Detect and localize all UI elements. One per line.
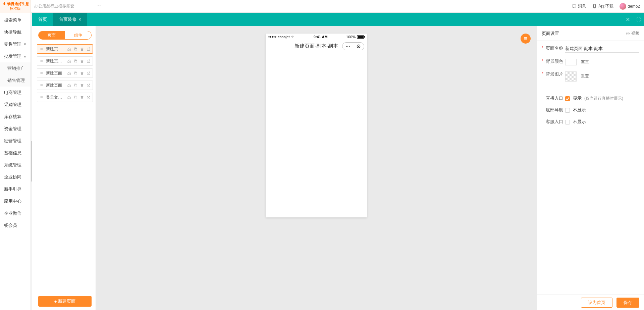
live-checkbox[interactable] bbox=[565, 96, 570, 101]
service-checkbox[interactable] bbox=[565, 120, 570, 124]
delete-icon[interactable] bbox=[79, 71, 84, 75]
phone-icon bbox=[592, 4, 597, 9]
svg-point-27 bbox=[349, 46, 350, 46]
svg-rect-0 bbox=[572, 5, 576, 7]
set-home-button[interactable]: 设为首页 bbox=[581, 298, 612, 308]
page-list-item[interactable]: 昊天文具店 bbox=[37, 93, 93, 102]
fullscreen-icon[interactable] bbox=[633, 17, 644, 22]
page-name-label: 新建页面 bbox=[46, 70, 65, 76]
bg-image-reset[interactable]: 重置 bbox=[581, 74, 589, 79]
bg-image-picker[interactable] bbox=[565, 71, 577, 82]
canvas-menu-toggle[interactable] bbox=[521, 34, 531, 44]
nav-item[interactable]: 快捷导航 bbox=[0, 26, 31, 38]
nav-item[interactable]: 零售管理▼ bbox=[0, 38, 31, 50]
workspace-tab[interactable]: 首页 bbox=[32, 13, 53, 26]
phone-body[interactable] bbox=[266, 52, 367, 217]
nav-item[interactable]: 企业协同 bbox=[0, 171, 31, 183]
segment-component[interactable]: 组件 bbox=[65, 31, 92, 39]
page-list-item[interactable]: 新建页面 bbox=[37, 81, 93, 90]
copy-icon[interactable] bbox=[73, 71, 78, 75]
caret-icon: ▼ bbox=[23, 43, 26, 46]
drag-handle-icon[interactable] bbox=[39, 71, 44, 75]
delete-icon[interactable] bbox=[79, 47, 84, 51]
page-list-item[interactable]: 新建页面-副本... bbox=[37, 44, 93, 54]
delete-icon[interactable] bbox=[79, 83, 84, 88]
copy-icon[interactable] bbox=[73, 83, 78, 88]
field-bgimage-label: 背景图片 bbox=[546, 71, 565, 77]
tab-close-all-icon[interactable] bbox=[623, 17, 633, 22]
copy-icon[interactable] bbox=[73, 47, 78, 51]
nav-item[interactable]: 新手引导 bbox=[0, 183, 31, 195]
external-link-icon[interactable] bbox=[86, 95, 91, 100]
svg-rect-16 bbox=[75, 72, 77, 75]
signal-icon bbox=[268, 36, 276, 38]
bg-color-reset[interactable]: 重置 bbox=[581, 59, 589, 64]
drag-handle-icon[interactable] bbox=[39, 47, 44, 51]
nav-item[interactable]: 库存核算 bbox=[0, 111, 31, 123]
property-panel-title: 页面设置 bbox=[542, 31, 559, 37]
bottomnav-checkbox[interactable] bbox=[565, 108, 570, 113]
new-page-button[interactable]: + 新建页面 bbox=[38, 296, 92, 307]
canvas-area: chanjet 9:41 AM 100% 新建页面-副本-副本 bbox=[96, 26, 537, 310]
nav-item[interactable]: 采购管理 bbox=[0, 99, 31, 111]
segment-page[interactable]: 页面 bbox=[39, 31, 65, 39]
home-icon[interactable] bbox=[67, 83, 71, 88]
nav-item[interactable]: 畅会员 bbox=[0, 219, 31, 231]
brand-name: 畅捷通好生意 bbox=[7, 1, 29, 6]
field-bottomnav-label: 底部导航 bbox=[546, 107, 565, 113]
left-nav: 搜索菜单快捷导航零售管理▼批发管理▲营销推广销售管理电商管理采购管理库存核算资金… bbox=[0, 13, 31, 310]
save-button[interactable]: 保存 bbox=[616, 298, 639, 308]
nav-item[interactable]: 搜索菜单 bbox=[0, 14, 31, 26]
workspace-tab[interactable]: 首页装修× bbox=[53, 13, 87, 26]
nav-item[interactable]: 经营管理 bbox=[0, 135, 31, 147]
home-icon[interactable] bbox=[67, 59, 71, 63]
home-icon[interactable] bbox=[67, 95, 71, 100]
external-link-icon[interactable] bbox=[86, 59, 91, 63]
download-button[interactable]: App下载 bbox=[592, 3, 613, 9]
nav-item[interactable]: 批发管理▲ bbox=[0, 50, 31, 62]
field-name-label: 页面名称 bbox=[546, 46, 565, 51]
drag-handle-icon[interactable] bbox=[39, 59, 44, 63]
svg-point-26 bbox=[347, 46, 348, 46]
delete-icon[interactable] bbox=[79, 59, 84, 63]
page-name-label: 新建页面-副本 bbox=[46, 58, 65, 64]
nav-item[interactable]: 企业微信 bbox=[0, 207, 31, 219]
phone-preview: chanjet 9:41 AM 100% 新建页面-副本-副本 bbox=[266, 34, 367, 217]
external-link-icon[interactable] bbox=[86, 47, 91, 51]
target-close-icon[interactable] bbox=[353, 43, 364, 50]
bg-color-swatch[interactable] bbox=[565, 59, 577, 65]
page-name-input[interactable] bbox=[565, 46, 639, 53]
more-dots-icon[interactable] bbox=[342, 43, 353, 50]
page-list-panel: 页面 组件 新建页面-副本...新建页面-副本新建页面新建页面昊天文具店 + 新… bbox=[32, 26, 96, 310]
page-list-item[interactable]: 新建页面 bbox=[37, 68, 93, 78]
drag-handle-icon[interactable] bbox=[39, 83, 44, 87]
home-icon[interactable] bbox=[67, 71, 71, 75]
page-list-item[interactable]: 新建页面-副本 bbox=[37, 56, 93, 66]
phone-time: 9:41 AM bbox=[314, 35, 328, 39]
nav-item[interactable]: 资金管理 bbox=[0, 123, 31, 135]
nav-subitem[interactable]: 销售管理 bbox=[0, 74, 31, 87]
delete-icon[interactable] bbox=[79, 95, 84, 100]
brand-flame-icon bbox=[2, 2, 6, 6]
video-help-link[interactable]: 视频 bbox=[626, 31, 639, 36]
external-link-icon[interactable] bbox=[86, 83, 91, 88]
external-link-icon[interactable] bbox=[86, 71, 91, 75]
miniprogram-capsule[interactable] bbox=[342, 42, 364, 50]
nav-item[interactable]: 系统管理 bbox=[0, 159, 31, 171]
nav-item[interactable]: 应用中心 bbox=[0, 195, 31, 207]
tab-bar: 首页首页装修× bbox=[32, 13, 644, 26]
nav-item[interactable]: 基础信息 bbox=[0, 147, 31, 159]
drag-handle-icon[interactable] bbox=[39, 95, 44, 99]
page-name-label: 新建页面-副本... bbox=[46, 46, 65, 52]
copy-icon[interactable] bbox=[73, 95, 78, 100]
nav-subitem[interactable]: 营销推广 bbox=[0, 62, 31, 74]
nav-item[interactable]: 电商管理 bbox=[0, 87, 31, 99]
avatar bbox=[620, 3, 626, 10]
home-icon[interactable] bbox=[67, 47, 71, 51]
messages-button[interactable]: 消息 bbox=[572, 3, 586, 9]
phone-page-title: 新建页面-副本-副本 bbox=[294, 43, 338, 49]
user-menu[interactable]: demo2 bbox=[620, 3, 640, 10]
tab-close-icon[interactable]: × bbox=[78, 17, 81, 22]
ledger-selector[interactable]: 办公用品行业模拟账套 ﹀ bbox=[34, 2, 101, 11]
copy-icon[interactable] bbox=[73, 59, 78, 63]
